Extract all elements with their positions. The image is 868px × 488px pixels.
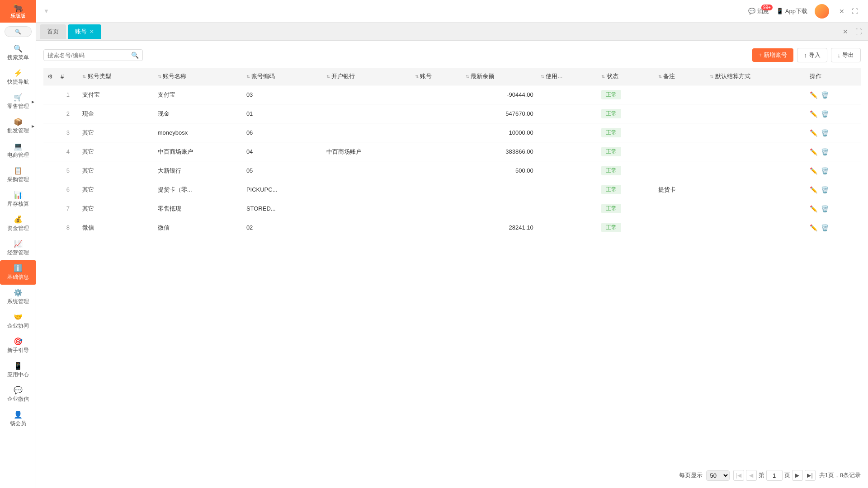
sidebar-item-shortcut[interactable]: ⚡ 快捷导航 (0, 65, 36, 89)
tab-account[interactable]: 账号 ✕ (68, 24, 101, 39)
tab-home[interactable]: 首页 (40, 24, 66, 39)
sidebar-item-guide[interactable]: 🎯 新手引导 (0, 333, 36, 358)
sidebar-item-wholesale[interactable]: 📦 批发管理 (0, 114, 36, 138)
cell-settings-4 (43, 161, 57, 180)
cell-balance-1: 547670.00 (462, 104, 537, 123)
search-icon[interactable]: 🔍 (131, 52, 139, 59)
sidebar-item-basic-label: 基础信息 (7, 273, 29, 281)
cell-code-1: 01 (243, 104, 323, 123)
search-box[interactable]: 🔍 (43, 49, 143, 61)
topbar-dropdown-label: ▼ (43, 8, 49, 14)
cell-num-0: 1 (57, 85, 79, 104)
cell-remark-0 (655, 85, 707, 104)
sidebar-item-guide-label: 新手引导 (7, 347, 29, 354)
delete-button-2[interactable]: 🗑️ (821, 129, 829, 136)
cell-type-2: 其它 (79, 123, 154, 142)
sidebar-item-member[interactable]: 👤 畅会员 (0, 407, 36, 431)
topbar-app-download[interactable]: 📱 App下载 (776, 7, 807, 15)
tab-home-label: 首页 (47, 28, 59, 36)
cell-name-2: moneybosx (154, 123, 243, 142)
cell-balance-5 (462, 180, 537, 199)
edit-button-6[interactable]: ✏️ (810, 205, 817, 212)
th-usage[interactable]: ⇅ 使用... (537, 68, 598, 85)
edit-button-0[interactable]: ✏️ (810, 91, 817, 99)
th-settings[interactable]: ⚙ (43, 68, 57, 85)
page-number-input[interactable] (766, 470, 783, 481)
user-avatar[interactable] (815, 4, 829, 19)
app-download-label: App下载 (785, 7, 807, 15)
sidebar-item-purchase[interactable]: 📋 采购管理 (0, 163, 36, 187)
cell-usage-7 (537, 218, 598, 237)
delete-button-4[interactable]: 🗑️ (821, 167, 829, 174)
edit-button-5[interactable]: ✏️ (810, 186, 817, 193)
total-label: 共1页，8条记录 (819, 471, 861, 479)
sidebar-item-agreement-label: 企业协同 (7, 322, 29, 330)
toolbar-right: + 新增账号 ↑ 导入 ↓ 导出 (752, 48, 861, 62)
add-account-button[interactable]: + 新增账号 (752, 48, 793, 62)
cell-default-payment-4 (706, 161, 806, 180)
cell-default-payment-7 (706, 218, 806, 237)
cell-code-7: 02 (243, 218, 323, 237)
edit-button-2[interactable]: ✏️ (810, 129, 817, 136)
export-button[interactable]: ↓ 导出 (831, 48, 861, 62)
topbar-message[interactable]: 💬 消息 99+ (748, 7, 769, 15)
delete-button-3[interactable]: 🗑️ (821, 148, 829, 155)
retail-icon: 🛒 (14, 93, 23, 102)
edit-button-3[interactable]: ✏️ (810, 148, 817, 155)
guide-icon: 🎯 (14, 337, 23, 346)
cell-status-7: 正常 (598, 218, 654, 237)
th-bank[interactable]: ⇅ 开户银行 (323, 68, 411, 85)
delete-button-6[interactable]: 🗑️ (821, 205, 829, 212)
sidebar-item-appcenter[interactable]: 📱 应用中心 (0, 358, 36, 382)
maximize-window-button[interactable]: ⛶ (849, 7, 861, 16)
tab-area-close-button[interactable]: ✕ (840, 27, 851, 36)
cell-default-payment-5 (706, 180, 806, 199)
sidebar-item-system[interactable]: ⚙️ 系统管理 (0, 285, 36, 309)
per-page-select[interactable]: 50 100 200 (706, 470, 730, 481)
delete-button-5[interactable]: 🗑️ (821, 186, 829, 193)
next-page-button[interactable]: ▶ (792, 470, 803, 481)
sidebar-item-basic[interactable]: ℹ️ 基础信息 (0, 260, 36, 285)
sidebar-item-operations[interactable]: 📈 经营管理 (0, 236, 36, 260)
sidebar-item-wechat[interactable]: 💬 企业微信 (0, 382, 36, 407)
sidebar-item-retail[interactable]: 🛒 零售管理 (0, 89, 36, 114)
edit-button-1[interactable]: ✏️ (810, 110, 817, 117)
cell-action-1: ✏️ 🗑️ (806, 104, 861, 123)
edit-button-4[interactable]: ✏️ (810, 167, 817, 174)
th-name[interactable]: ⇅ 账号名称 (154, 68, 243, 85)
shortcut-icon: ⚡ (14, 69, 23, 77)
close-window-button[interactable]: ✕ (836, 7, 847, 16)
export-label: 导出 (842, 51, 854, 59)
th-code[interactable]: ⇅ 账号编码 (243, 68, 323, 85)
table-row: 6 其它 提货卡（零... PICKUPC... 正常 提货卡 ✏️ 🗑️ (43, 180, 861, 199)
app-logo: 🐂 乐版版 (0, 0, 36, 23)
th-num: # (57, 68, 79, 85)
first-page-button[interactable]: |◀ (733, 470, 744, 481)
sidebar-search-box[interactable]: 🔍 (5, 26, 32, 37)
th-balance[interactable]: ⇅ 最新余额 (462, 68, 537, 85)
delete-button-0[interactable]: 🗑️ (821, 91, 829, 99)
import-button[interactable]: ↑ 导入 (797, 48, 827, 62)
sidebar-item-ecommerce[interactable]: 💻 电商管理 (0, 138, 36, 163)
th-default-payment[interactable]: ⇅ 默认结算方式 (706, 68, 806, 85)
th-type[interactable]: ⇅ 账号类型 (79, 68, 154, 85)
cell-account-no-3 (411, 142, 462, 161)
system-icon: ⚙️ (14, 288, 23, 297)
edit-button-7[interactable]: ✏️ (810, 224, 817, 231)
delete-button-7[interactable]: 🗑️ (821, 224, 829, 231)
sidebar-item-finance[interactable]: 💰 资金管理 (0, 211, 36, 236)
delete-button-1[interactable]: 🗑️ (821, 110, 829, 117)
th-account-no[interactable]: ⇅ 账号 (411, 68, 462, 85)
th-remark[interactable]: ⇅ 备注 (655, 68, 707, 85)
last-page-button[interactable]: ▶| (805, 470, 816, 481)
sidebar-item-inventory[interactable]: 📊 库存核算 (0, 187, 36, 211)
tab-account-close-button[interactable]: ✕ (90, 28, 94, 35)
tab-area-expand-button[interactable]: ⛶ (853, 27, 864, 36)
sidebar-item-agreement[interactable]: 🤝 企业协同 (0, 309, 36, 333)
topbar-dropdown[interactable]: ▼ (43, 8, 49, 14)
th-status[interactable]: ⇅ 状态 (598, 68, 654, 85)
cell-code-6: STORED... (243, 199, 323, 218)
search-input[interactable] (47, 52, 131, 59)
sidebar-item-search[interactable]: 🔍 搜索菜单 (0, 41, 36, 65)
prev-page-button[interactable]: ◀ (746, 470, 757, 481)
